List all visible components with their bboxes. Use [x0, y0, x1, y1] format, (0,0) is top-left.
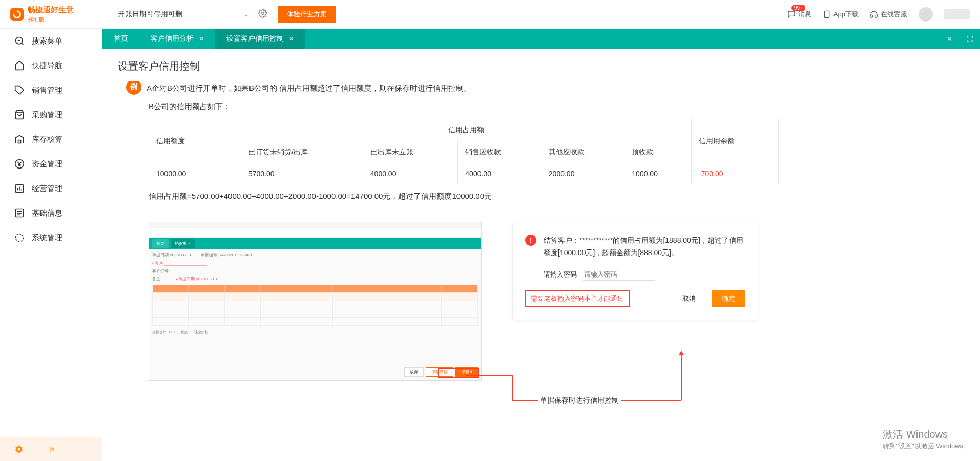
- svg-point-18: [16, 234, 24, 242]
- logo[interactable]: 畅捷通好生意 标准版: [10, 5, 102, 24]
- messages-link[interactable]: 99+ 消息: [787, 10, 811, 19]
- scroll-area[interactable]: 例 A企对B公司进行开单时，如果B公司的 信用占用额超过了信用额度，则在保存时进…: [102, 81, 980, 461]
- user-menu[interactable]: [944, 9, 970, 19]
- connector-line: [512, 375, 513, 400]
- avatar[interactable]: [919, 7, 933, 22]
- password-input[interactable]: [583, 268, 655, 281]
- sidebar-item-basic[interactable]: 基础信息: [0, 201, 102, 225]
- password-label: 请输入密码: [544, 270, 577, 279]
- sidebar-item-sales[interactable]: 销售管理: [0, 78, 102, 102]
- tab-home[interactable]: 首页: [102, 29, 139, 49]
- close-icon[interactable]: ✕: [199, 35, 204, 43]
- account-period-dropdown[interactable]: 开账日期可停用可删 ⌄: [118, 10, 249, 19]
- dropdown-label: 开账日期可停用可删: [118, 10, 182, 19]
- sidebar-item-funds[interactable]: 资金管理: [0, 152, 102, 176]
- gear-icon[interactable]: [258, 9, 267, 19]
- home-icon: [14, 60, 25, 71]
- password-note: 需要老板输入密码本单才能通过: [525, 290, 630, 307]
- example-text: A企对B公司进行开单时，如果B公司的 信用占用额超过了信用额度，则在保存时进行信…: [147, 83, 471, 93]
- warning-icon: !: [525, 235, 536, 246]
- svg-rect-8: [18, 140, 21, 143]
- content-area: 首页 客户信用分析✕ 设置客户信用控制✕ ✕ 设置客户信用控制 例 A企对B公司…: [102, 29, 980, 461]
- search-icon: [14, 36, 25, 46]
- credit-warning-dialog: ! 结算客户：************的信用占用额为[1888.00元]，超过了…: [512, 222, 758, 320]
- th-out-unbilled: 已出库未立账: [363, 141, 457, 163]
- connector-line: [681, 355, 682, 400]
- close-all-icon[interactable]: ✕: [939, 35, 960, 43]
- collapse-icon[interactable]: [48, 445, 57, 454]
- th-balance: 信用用余额: [692, 119, 779, 163]
- sidebar-item-inventory[interactable]: 库存核算: [0, 127, 102, 152]
- sidebar-item-business[interactable]: 经营管理: [0, 176, 102, 201]
- messages-badge: 99+: [791, 5, 805, 11]
- mobile-icon: [823, 10, 831, 18]
- sidebar-item-system[interactable]: 系统管理: [0, 225, 102, 250]
- credit-table: 信用额度 信用占用额 信用用余额 已订货未销货/出库 已出库未立账 销售应收款 …: [149, 119, 779, 184]
- connector-line: [466, 375, 512, 376]
- tag-icon: [14, 85, 25, 95]
- logo-text: 畅捷通好生意: [28, 5, 74, 15]
- svg-line-4: [22, 43, 24, 45]
- connector-caption: 单据保存时进行信用控制: [538, 396, 621, 405]
- sidebar-footer: [0, 437, 102, 461]
- close-icon[interactable]: ✕: [289, 35, 294, 43]
- money-icon: [14, 159, 25, 169]
- illustration-screenshot: 首页销货单 × 单据日期 2020-11-13单据编号 SA-20201113-…: [149, 222, 482, 381]
- logo-sub: 标准版: [28, 16, 74, 24]
- confirm-button[interactable]: 确定: [712, 290, 745, 307]
- sidebar-item-search[interactable]: 搜索菜单: [0, 29, 102, 53]
- bag-icon: [14, 110, 25, 120]
- th-sales-recv: 销售应收款: [458, 141, 541, 163]
- sidebar: 搜索菜单 快捷导航 销售管理 采购管理 库存核算 资金管理: [0, 29, 102, 461]
- dialog-message: 结算客户：************的信用占用额为[1888.00元]，超过了信用…: [544, 235, 745, 259]
- page-title: 设置客户信用控制: [102, 49, 980, 81]
- chevron-down-icon: ⌄: [244, 11, 249, 18]
- list-icon: [14, 208, 25, 218]
- experience-button[interactable]: 体验行业方案: [278, 6, 336, 23]
- tabs-bar: 首页 客户信用分析✕ 设置客户信用控制✕ ✕: [102, 29, 980, 49]
- arrow-up-icon: [679, 351, 684, 355]
- svg-point-0: [262, 12, 264, 15]
- headset-icon: [870, 10, 878, 18]
- svg-rect-19: [51, 447, 52, 452]
- app-download-link[interactable]: App下载: [823, 10, 859, 19]
- logo-icon: [10, 8, 24, 21]
- top-header: 畅捷通好生意 标准版 开账日期可停用可删 ⌄ 体验行业方案 99+ 消息 App…: [0, 0, 980, 29]
- example-badge: 例: [126, 81, 141, 95]
- sidebar-item-purchase[interactable]: 采购管理: [0, 102, 102, 127]
- system-icon: [14, 233, 25, 243]
- formula-text: 信用占用额=5700.00+4000.00+4000.00+2000.00-10…: [149, 192, 965, 201]
- settings-gear-icon[interactable]: [14, 445, 24, 454]
- message-icon: [787, 10, 796, 18]
- cancel-button[interactable]: 取消: [672, 290, 706, 307]
- report-icon: [14, 183, 25, 194]
- support-link[interactable]: 在线客服: [870, 10, 907, 19]
- fullscreen-icon[interactable]: [960, 35, 980, 43]
- tab-credit-control[interactable]: 设置客户信用控制✕: [215, 29, 305, 49]
- th-credit-limit: 信用额度: [149, 119, 241, 163]
- warehouse-icon: [14, 134, 25, 144]
- sidebar-item-quicknav[interactable]: 快捷导航: [0, 53, 102, 78]
- example-subtitle: B公司的信用额占如下：: [149, 102, 965, 112]
- illustration-row: 首页销货单 × 单据日期 2020-11-13单据编号 SA-20201113-…: [149, 222, 965, 381]
- th-prepay: 预收款: [624, 141, 692, 163]
- tab-credit-analysis[interactable]: 客户信用分析✕: [139, 29, 215, 49]
- table-row: 10000.00 5700.00 4000.00 4000.00 2000.00…: [149, 163, 779, 184]
- th-credit-used: 信用占用额: [241, 119, 692, 141]
- th-other-recv: 其他应收款: [541, 141, 624, 163]
- svg-rect-1: [824, 11, 829, 17]
- th-ordered: 已订货未销货/出库: [241, 141, 363, 163]
